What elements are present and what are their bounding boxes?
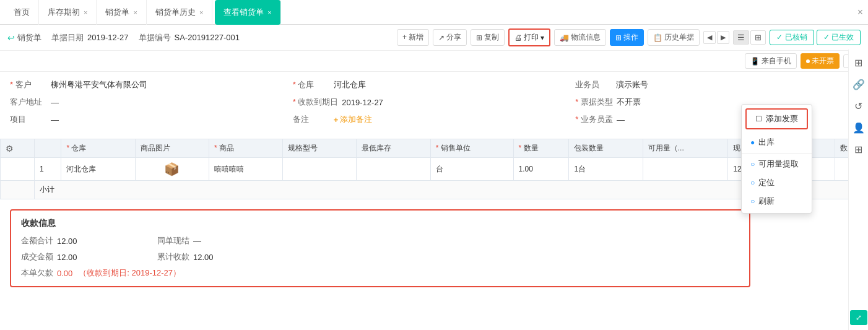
form-row-1: 客户 柳州粤港平安气体有限公司 仓库 河北仓库 业务员 演示账号: [10, 79, 858, 90]
payment-row-3: 本单欠款 0.00 （收款到期日: 2019-12-27）: [21, 267, 739, 279]
tab-home[interactable]: 首页: [5, 0, 39, 25]
tab-view-sales-close[interactable]: ×: [267, 9, 271, 16]
staff-label: 业务员: [575, 79, 612, 90]
canceled-button[interactable]: ✓ 已核销: [770, 30, 814, 45]
salesperson-field: 业务员孟 —: [575, 114, 858, 125]
cumulative-receipt-value: 12.00: [193, 253, 214, 262]
refresh-icon: ○: [750, 197, 755, 206]
ticket-type-field: 票据类型 不开票: [575, 97, 858, 108]
due-date-label: 收款到期日: [293, 97, 339, 108]
tab-view-sales[interactable]: 查看销货单 ×: [215, 0, 280, 25]
operation-icon: ⊞: [615, 33, 622, 42]
copy-button[interactable]: ⊞ 复制: [471, 29, 505, 46]
due-date-field: 收款到期日 2019-12-27: [293, 97, 576, 108]
customer-value: 柳州粤港平安气体有限公司: [51, 79, 147, 90]
tab-sales-close[interactable]: ×: [133, 9, 137, 16]
tab-sales-history[interactable]: 销货单历史 ×: [147, 0, 212, 25]
th-sales-unit: 销售单位: [430, 139, 513, 158]
not-opened-label: 未开票: [812, 56, 834, 66]
th-product-img: 商品图片: [135, 139, 209, 158]
payment-row-1: 金额合计 12.00 同单现结 —: [21, 235, 739, 246]
transaction-amount-value: 12.00: [57, 253, 77, 262]
list-view-button[interactable]: ☰: [733, 30, 749, 45]
payment-section: 收款信息 金额合计 12.00 同单现结 — 成交金额 12.00: [10, 209, 750, 287]
op-outbound[interactable]: ● 出库: [742, 133, 812, 152]
ticket-type-value: 不开票: [617, 97, 641, 108]
cumulative-receipt-item: 累计收款 12.00: [157, 251, 269, 263]
tab-sales-label: 销货单: [105, 7, 129, 18]
sales-order-icon: ↩: [7, 33, 15, 43]
sidebar-copy-icon[interactable]: ⊞: [852, 54, 865, 71]
logistics-button[interactable]: 🚚 物流信息: [554, 29, 606, 46]
op-header: ☐ 添加发票: [745, 108, 808, 129]
phone-icon: 📱: [750, 57, 760, 66]
op-locate[interactable]: ○ 定位: [742, 173, 812, 192]
dot-orange: [806, 59, 810, 63]
sidebar-link-icon[interactable]: 🔗: [850, 76, 867, 93]
tab-inventory[interactable]: 库存期初 ×: [39, 0, 97, 25]
outbound-label: 出库: [758, 137, 775, 148]
nav-arrows: ◀ ▶: [703, 31, 729, 44]
table-row: 1 河北仓库 📦 嘻嘻嘻嘻 台 1.00 1台 12.00 0.: [1, 158, 868, 181]
tab-sales-history-label: 销货单历史: [155, 7, 196, 18]
add-invoice-label: 添加发票: [766, 113, 798, 124]
th-row-no: [35, 139, 61, 158]
add-note-button[interactable]: 添加备注: [334, 114, 373, 125]
op-refresh[interactable]: ○ 刷新: [742, 192, 812, 211]
warehouse-field: 仓库 河北仓库: [293, 79, 576, 90]
payment-rows: 金额合计 12.00 同单现结 — 成交金额 12.00 累计收款: [21, 235, 739, 279]
subtotal-empty: [1, 181, 35, 199]
sidebar-expand-button[interactable]: ⤢: [850, 310, 867, 325]
print-button[interactable]: 🖨 打印 ▾: [508, 28, 550, 46]
window-close-button[interactable]: ×: [857, 7, 863, 18]
add-invoice-icon: ☐: [755, 115, 762, 123]
td-available: [643, 158, 728, 181]
share-label: 分享: [446, 32, 461, 43]
tab-inventory-close[interactable]: ×: [84, 9, 87, 16]
same-order-settlement-item: 同单现结 —: [157, 235, 269, 246]
op-add-invoice[interactable]: ☐ 添加发票: [747, 110, 807, 128]
sidebar-history-icon[interactable]: ↺: [852, 98, 865, 115]
tab-sales[interactable]: 销货单 ×: [97, 0, 146, 25]
operation-label: 操作: [623, 32, 638, 43]
history-button[interactable]: 📋 历史单据: [648, 29, 700, 46]
copy-icon: ⊞: [476, 33, 482, 42]
data-table: ⚙ 仓库 商品图片 商品 规格型号 最低库存 销售单位 数量 包装数量 可用量（…: [0, 139, 868, 199]
th-settings: ⚙: [1, 139, 35, 158]
current-arrears-value: 0.00: [57, 269, 72, 278]
new-button[interactable]: + 新增: [397, 29, 429, 46]
sidebar-person-icon[interactable]: 👤: [850, 119, 867, 136]
due-date-value: 2019-12-27: [342, 98, 383, 107]
note-btn-label: 添加备注: [340, 114, 372, 125]
product-image: 📦: [164, 162, 180, 176]
prev-button[interactable]: ◀: [703, 31, 716, 44]
td-pack-qty: 1台: [569, 158, 643, 181]
th-pack-qty: 包装数量: [569, 139, 643, 158]
from-phone-button[interactable]: 📱 来自手机: [745, 53, 797, 69]
address-label: 客户地址: [10, 97, 47, 108]
gear-icon[interactable]: ⚙: [6, 144, 14, 154]
history-label: 历史单据: [664, 32, 694, 43]
not-opened-button[interactable]: 未开票: [801, 53, 840, 69]
sidebar-extra-icon[interactable]: ⊞: [852, 141, 865, 158]
date-label: 单据日期: [51, 32, 84, 43]
op-available-qty[interactable]: ○ 可用量提取: [742, 155, 812, 173]
grid-view-button[interactable]: ⊞: [750, 30, 766, 45]
subtotal-row: 小计: [1, 181, 868, 199]
phone-label: 来自手机: [762, 56, 791, 66]
th-available: 可用量（...: [643, 139, 728, 158]
salesperson-value: —: [617, 115, 625, 124]
tab-sales-history-close[interactable]: ×: [199, 9, 203, 16]
doc-date-field: 单据日期 2019-12-27: [51, 32, 129, 43]
project-value: —: [51, 115, 59, 124]
tab-home-label: 首页: [14, 7, 30, 18]
share-button[interactable]: ↗ 分享: [433, 29, 467, 46]
share-icon: ↗: [438, 33, 445, 42]
effective-button[interactable]: ✓ 已生效: [817, 30, 861, 45]
current-arrears-item: 本单欠款 0.00 （收款到期日: 2019-12-27）: [21, 267, 244, 279]
subtotal-text: 小计: [40, 185, 54, 194]
next-button[interactable]: ▶: [717, 31, 729, 44]
operation-button[interactable]: ⊞ 操作: [610, 29, 644, 46]
customer-label: 客户: [10, 79, 47, 90]
note-label: 备注: [293, 114, 330, 125]
